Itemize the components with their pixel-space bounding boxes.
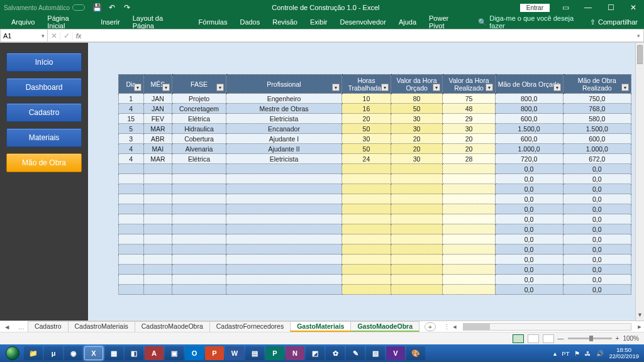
cell[interactable]: 16	[342, 104, 391, 114]
tray-sound-icon[interactable]: 🔊	[596, 350, 604, 357]
tab-arquivo[interactable]: Arquivo	[5, 16, 41, 28]
filter-dropdown-icon[interactable]: ▾	[332, 84, 340, 91]
table-row[interactable]: 0,00,0	[119, 285, 631, 295]
cell[interactable]	[391, 265, 443, 275]
cell[interactable]	[342, 214, 391, 224]
cell[interactable]: 0,0	[495, 174, 563, 184]
cell[interactable]: 10	[342, 94, 391, 104]
filter-dropdown-icon[interactable]: ▾	[486, 84, 493, 91]
table-row[interactable]: 4MARElétricaEletricista243028720,0672,0	[119, 154, 631, 164]
tab-revisao[interactable]: Revisão	[266, 16, 304, 28]
undo-icon[interactable]: ↶	[108, 3, 116, 12]
cell[interactable]	[226, 164, 341, 174]
table-row[interactable]: 0,00,0	[119, 265, 631, 275]
system-tray[interactable]: ▴ PT ⚑ 🖧 🔊 18:50 22/02/2019	[553, 347, 641, 360]
cell[interactable]: Eletricista	[226, 114, 341, 124]
taskbar-app-generic8[interactable]: ▧	[366, 346, 385, 360]
cell[interactable]	[172, 265, 226, 275]
cell[interactable]: 0,0	[495, 224, 563, 234]
cell[interactable]: FEV	[143, 114, 172, 124]
cancel-icon[interactable]: ✕	[48, 31, 60, 40]
cell[interactable]: 0,0	[563, 184, 631, 194]
cell[interactable]: 580,0	[563, 114, 631, 124]
taskbar-app-publisher[interactable]: P	[265, 346, 284, 360]
hscroll-right-icon[interactable]: ►	[635, 324, 644, 330]
cell[interactable]: 20	[391, 134, 443, 144]
sheet-tab-cadastromaodeobra[interactable]: CadastroMaodeObra	[135, 321, 210, 332]
cell[interactable]: MAR	[143, 154, 172, 164]
cell[interactable]	[172, 244, 226, 255]
sheet-nav-prev-icon[interactable]: ◄	[0, 323, 14, 331]
taskbar-app-access[interactable]: A	[145, 346, 164, 360]
taskbar-app-generic2[interactable]: ◧	[125, 346, 143, 360]
col-header[interactable]: Valor da Hora Orçado▾	[391, 75, 443, 94]
cell[interactable]	[443, 275, 495, 285]
formula-input[interactable]	[84, 30, 633, 41]
tab-exibir[interactable]: Exibir	[304, 16, 334, 28]
taskbar-app-chrome[interactable]: ◉	[64, 346, 83, 360]
view-normal-button[interactable]	[513, 334, 524, 343]
col-header[interactable]: Mão de Obra Orçado▾	[495, 75, 563, 94]
cell[interactable]: 0,0	[495, 214, 563, 224]
cell[interactable]: 0,0	[563, 255, 631, 265]
zoom-in-button[interactable]: +	[616, 335, 619, 342]
cell[interactable]	[226, 265, 341, 275]
cell[interactable]	[172, 275, 226, 285]
cell[interactable]: 1.500,0	[495, 124, 563, 134]
cell[interactable]: 29	[443, 114, 495, 124]
cell[interactable]: 0,0	[495, 204, 563, 214]
cell[interactable]	[143, 214, 172, 224]
cell[interactable]: Projeto	[172, 94, 226, 104]
taskbar-app-visualstudio[interactable]: V	[386, 346, 405, 360]
cell[interactable]: 20	[391, 144, 443, 154]
cell[interactable]: Hidraulica	[172, 124, 226, 134]
tab-inserir[interactable]: Inserir	[94, 16, 126, 28]
cell[interactable]: Ajudante I	[226, 134, 341, 144]
cell[interactable]	[172, 184, 226, 194]
table-row[interactable]: 1JANProjetoEngenheiro108075800,0750,0	[119, 94, 631, 104]
tray-expand-icon[interactable]: ▴	[553, 350, 557, 357]
cell[interactable]: 0,0	[563, 265, 631, 275]
cell[interactable]: 0,0	[495, 184, 563, 194]
col-header[interactable]: Mão de Obra Realizado▾	[563, 75, 631, 94]
col-header[interactable]: Profissional▾	[226, 75, 341, 94]
cell[interactable]: MAR	[143, 124, 172, 134]
cell[interactable]	[226, 255, 341, 265]
sheet-tab-gastomaodeobra[interactable]: GastoMaodeObra	[350, 321, 419, 332]
taskbar-app-paint[interactable]: 🎨	[406, 346, 425, 360]
cell[interactable]	[342, 204, 391, 214]
cell[interactable]: Elétrica	[172, 154, 226, 164]
cell[interactable]	[443, 194, 495, 204]
col-header[interactable]: Dia▾	[119, 75, 144, 94]
sheet-tab-gastomateriais[interactable]: GastoMateriais	[290, 321, 351, 332]
cell[interactable]: 4	[119, 104, 144, 114]
name-box[interactable]: A1 ▾	[0, 29, 48, 42]
start-button[interactable]	[3, 344, 23, 362]
cell[interactable]	[143, 204, 172, 214]
cell[interactable]	[226, 275, 341, 285]
table-row[interactable]: 5MARHidraulicaEncanador5030301.500,01.50…	[119, 124, 631, 134]
tab-dados[interactable]: Dados	[233, 16, 266, 28]
chevron-down-icon[interactable]: ▾	[42, 33, 45, 39]
cell[interactable]	[391, 244, 443, 255]
taskbar-app-generic3[interactable]: ▣	[165, 346, 184, 360]
cell[interactable]	[443, 164, 495, 174]
add-sheet-button[interactable]: +	[425, 322, 436, 331]
cell[interactable]	[443, 234, 495, 244]
table-row[interactable]: 0,00,0	[119, 234, 631, 244]
taskbar-app-onenote[interactable]: N	[286, 346, 304, 360]
cell[interactable]	[226, 174, 341, 184]
cell[interactable]: 50	[391, 104, 443, 114]
taskbar-app-generic1[interactable]: ▦	[104, 346, 123, 360]
taskbar-app-excel[interactable]: X	[84, 346, 103, 360]
col-header[interactable]: Valor da Hora Realizado▾	[443, 75, 495, 94]
cell[interactable]: 30	[391, 124, 443, 134]
cell[interactable]: 0,0	[563, 275, 631, 285]
cell[interactable]: 5	[119, 124, 144, 134]
cell[interactable]	[119, 255, 144, 265]
cell[interactable]	[172, 204, 226, 214]
cell[interactable]	[391, 255, 443, 265]
cell[interactable]: 20	[443, 134, 495, 144]
cell[interactable]: 24	[342, 154, 391, 164]
cell[interactable]: 672,0	[563, 154, 631, 164]
